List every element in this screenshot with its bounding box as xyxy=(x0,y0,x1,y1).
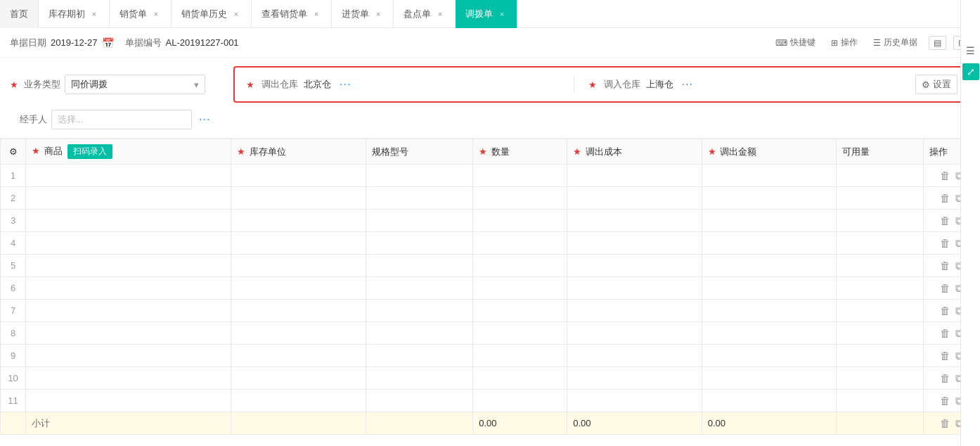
delete-icon[interactable]: 🗑 xyxy=(940,192,950,204)
sidebar-list-icon[interactable]: ☰ xyxy=(962,42,979,59)
row-unit[interactable] xyxy=(231,322,366,345)
tab-sales-order-close[interactable]: × xyxy=(151,9,161,19)
row-available[interactable] xyxy=(837,322,924,345)
scan-button[interactable]: 扫码录入 xyxy=(67,144,112,159)
row-cost[interactable] xyxy=(567,277,702,300)
row-quantity[interactable] xyxy=(473,165,567,187)
settings-button[interactable]: ⚙ 设置 xyxy=(915,75,958,94)
tab-sales-history[interactable]: 销货单历史 × xyxy=(172,0,252,28)
row-quantity[interactable] xyxy=(473,277,567,300)
row-unit[interactable] xyxy=(231,210,366,232)
tab-purchase-order-close[interactable]: × xyxy=(373,9,383,19)
row-amount[interactable] xyxy=(702,390,836,412)
row-quantity[interactable] xyxy=(473,232,567,255)
row-available[interactable] xyxy=(837,345,924,367)
row-spec[interactable] xyxy=(366,255,473,277)
warehouse-out-more[interactable]: ··· xyxy=(340,78,351,91)
operation-button[interactable]: ⊞ 操作 xyxy=(827,35,862,50)
row-cost[interactable] xyxy=(567,390,702,412)
row-amount[interactable] xyxy=(702,232,836,255)
row-quantity[interactable] xyxy=(473,390,567,412)
handler-input[interactable]: 选择... xyxy=(51,110,192,129)
row-spec[interactable] xyxy=(366,232,473,255)
delete-icon[interactable]: 🗑 xyxy=(940,305,950,317)
delete-icon[interactable]: 🗑 xyxy=(940,282,950,294)
tab-home[interactable]: 首页 xyxy=(0,0,39,28)
warehouse-out-value[interactable]: 北京仓 xyxy=(304,78,331,91)
row-product[interactable] xyxy=(26,322,231,345)
delete-icon[interactable]: 🗑 xyxy=(940,395,950,407)
row-available[interactable] xyxy=(837,367,924,390)
handler-more[interactable]: ··· xyxy=(199,113,210,126)
view-toggle-list[interactable]: ▤ xyxy=(929,36,946,50)
row-product[interactable] xyxy=(26,187,231,210)
delete-icon[interactable]: 🗑 xyxy=(940,237,950,249)
tab-sales-order[interactable]: 销货单 × xyxy=(110,0,172,28)
row-available[interactable] xyxy=(837,390,924,412)
tab-inventory-check-close[interactable]: × xyxy=(435,9,445,19)
row-amount[interactable] xyxy=(702,165,836,187)
delete-icon[interactable]: 🗑 xyxy=(940,327,950,339)
tab-sales-history-close[interactable]: × xyxy=(231,9,241,19)
row-product[interactable] xyxy=(26,255,231,277)
row-cost[interactable] xyxy=(567,165,702,187)
row-product[interactable] xyxy=(26,345,231,367)
row-unit[interactable] xyxy=(231,187,366,210)
row-product[interactable] xyxy=(26,165,231,187)
row-amount[interactable] xyxy=(702,345,836,367)
row-quantity[interactable] xyxy=(473,210,567,232)
row-cost[interactable] xyxy=(567,345,702,367)
tab-inventory-init-close[interactable]: × xyxy=(89,9,99,19)
row-cost[interactable] xyxy=(567,187,702,210)
row-amount[interactable] xyxy=(702,277,836,300)
row-spec[interactable] xyxy=(366,300,473,322)
tab-transfer-order[interactable]: 调拨单 × xyxy=(456,0,517,28)
row-unit[interactable] xyxy=(231,232,366,255)
row-unit[interactable] xyxy=(231,345,366,367)
row-quantity[interactable] xyxy=(473,187,567,210)
row-amount[interactable] xyxy=(702,367,836,390)
table-container[interactable]: ⚙ ★ 商品 扫码录入 ★ 库存单位 规格型号 xyxy=(0,139,980,446)
row-cost[interactable] xyxy=(567,322,702,345)
delete-icon[interactable]: 🗑 xyxy=(940,170,950,181)
table-settings-icon[interactable]: ⚙ xyxy=(9,146,18,157)
history-button[interactable]: ☰ 历史单据 xyxy=(869,35,922,50)
warehouse-in-more[interactable]: ··· xyxy=(682,78,693,91)
tab-inventory-init[interactable]: 库存期初 × xyxy=(39,0,110,28)
tab-purchase-order[interactable]: 进货单 × xyxy=(332,0,394,28)
row-available[interactable] xyxy=(837,255,924,277)
row-spec[interactable] xyxy=(366,187,473,210)
tab-transfer-order-close[interactable]: × xyxy=(497,9,507,19)
row-cost[interactable] xyxy=(567,367,702,390)
row-quantity[interactable] xyxy=(473,255,567,277)
tab-inventory-check[interactable]: 盘点单 × xyxy=(394,0,456,28)
row-spec[interactable] xyxy=(366,367,473,390)
row-available[interactable] xyxy=(837,210,924,232)
row-cost[interactable] xyxy=(567,232,702,255)
row-available[interactable] xyxy=(837,165,924,187)
row-spec[interactable] xyxy=(366,390,473,412)
row-amount[interactable] xyxy=(702,300,836,322)
calendar-icon[interactable]: 📅 xyxy=(102,37,114,49)
row-available[interactable] xyxy=(837,300,924,322)
row-product[interactable] xyxy=(26,300,231,322)
row-cost[interactable] xyxy=(567,300,702,322)
row-quantity[interactable] xyxy=(473,322,567,345)
subtotal-delete-icon[interactable]: 🗑 xyxy=(940,417,950,429)
date-value[interactable]: 2019-12-27 xyxy=(51,37,98,48)
row-product[interactable] xyxy=(26,390,231,412)
delete-icon[interactable]: 🗑 xyxy=(940,215,950,227)
row-spec[interactable] xyxy=(366,277,473,300)
row-unit[interactable] xyxy=(231,165,366,187)
sidebar-expand-icon[interactable]: ⤢ xyxy=(962,63,979,80)
warehouse-in-value[interactable]: 上海仓 xyxy=(646,78,673,91)
row-available[interactable] xyxy=(837,187,924,210)
row-unit[interactable] xyxy=(231,390,366,412)
shortcut-button[interactable]: ⌨ 快捷键 xyxy=(771,35,820,50)
row-product[interactable] xyxy=(26,232,231,255)
row-spec[interactable] xyxy=(366,210,473,232)
row-amount[interactable] xyxy=(702,210,836,232)
row-quantity[interactable] xyxy=(473,367,567,390)
tab-view-sales[interactable]: 查看销货单 × xyxy=(252,0,332,28)
delete-icon[interactable]: 🗑 xyxy=(940,350,950,362)
